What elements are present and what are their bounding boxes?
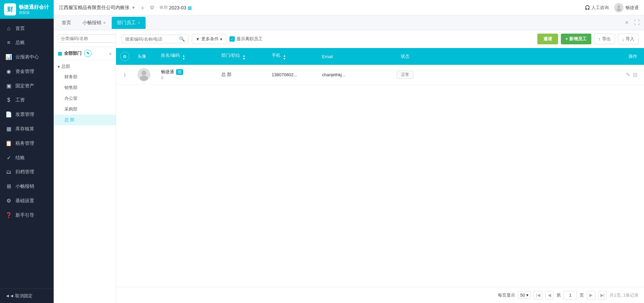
invite-button[interactable]: 邀请 [537, 34, 558, 44]
company-selector[interactable]: 江西服宝精品有限责任公司内账张 ▼ [59, 5, 136, 11]
tab-expense[interactable]: 小畅报销 × [77, 17, 111, 29]
dept-item-headquarters[interactable]: 总 部 [54, 115, 116, 125]
ledger-icon: ≡ [5, 40, 12, 46]
dept-item-procurement[interactable]: 采购部 [54, 104, 116, 115]
pagination: 每页显示 50 ▾ |◀ ◀ 第 页 ▶ ▶| 共1页, 1条记录 [116, 287, 644, 303]
tab-employees-close-icon[interactable]: × [138, 20, 140, 25]
add-company-button[interactable]: ＋ [140, 5, 146, 11]
sidebar-logo: 财 畅捷通好会计 旗舰版 [0, 0, 54, 19]
table-settings-icon[interactable]: ⚙ [120, 52, 129, 61]
show-resigned-text: 显示离职员工 [236, 36, 263, 42]
action-buttons: ✎ ⊟ [429, 72, 637, 78]
sidebar-item-checkout[interactable]: ✓ 结账 [0, 150, 54, 165]
tab-close-button[interactable]: × [624, 19, 630, 26]
col-avatar-header: 头像 [133, 48, 157, 65]
search-icon[interactable]: 🔍 [179, 36, 185, 42]
employee-dept-badge: 部 [176, 69, 183, 75]
show-resigned-label[interactable]: ✓ 显示离职员工 [229, 36, 263, 42]
employee-table-wrapper: ⚙ 头像 姓名/编码 ▲▼ 部门/职位 ▲▼ [116, 48, 644, 287]
logo-subtitle: 旗舰版 [19, 10, 49, 15]
export-icon: ↑ [598, 37, 601, 42]
sidebar-item-label: 固定资产 [15, 83, 34, 89]
sidebar-item-label: 新手引导 [15, 212, 34, 218]
prev-page-button[interactable]: ◀ [545, 291, 554, 300]
settings-gear-icon[interactable]: ⚙ [150, 4, 154, 11]
row-status: 正常 [385, 65, 425, 85]
add-employee-button[interactable]: + 新增员工 [561, 34, 591, 44]
calendar-icon[interactable]: ▦ [187, 5, 192, 10]
toolbar: 🔍 ▼ 更多条件 ▾ ✓ 显示离职员工 邀请 + 新增员工 [116, 30, 644, 48]
next-page-button[interactable]: ▶ [587, 291, 595, 300]
tabs-actions: × ⛶ [624, 19, 641, 26]
sidebar-pin-toggle[interactable]: ◄◄ 取消固定 [0, 289, 54, 303]
col-status-header: 状态 [385, 48, 425, 65]
sidebar-item-label: 总账 [15, 40, 25, 46]
funds-icon: ◉ [5, 68, 12, 75]
service-button[interactable]: 🎧 人工咨询 [585, 5, 609, 11]
dept-item-finance[interactable]: 财务部 [54, 72, 116, 82]
show-resigned-checkbox[interactable]: ✓ [229, 36, 235, 42]
row-name-cell: 畅捷通 部 0 [157, 65, 217, 85]
export-button[interactable]: ↑ 导出 [594, 34, 615, 44]
last-page-button[interactable]: ▶| [598, 291, 607, 300]
sidebar-item-inventory[interactable]: ▦ 库存核算 [0, 122, 54, 136]
sidebar-item-label: 归档管理 [15, 169, 34, 175]
sidebar-item-assets[interactable]: ▣ 固定资产 [0, 79, 54, 93]
sidebar-item-home[interactable]: ⌂ 首页 [0, 21, 54, 36]
tab-employees-label: 部门员工 [117, 20, 136, 26]
col-phone-header[interactable]: 手机 ▲▼ [268, 48, 318, 65]
tab-employees[interactable]: 部门员工 × [112, 17, 146, 29]
row-dept: 总 部 [217, 65, 268, 85]
avatar [138, 68, 150, 81]
sidebar-item-settings[interactable]: ⚙ 基础设置 [0, 193, 54, 208]
sidebar-item-archive[interactable]: 🗂 归档管理 [0, 165, 54, 179]
expense-icon: ⊞ [5, 183, 12, 189]
dept-tree-header: ▦ 全部部门 ✎ « [54, 47, 116, 60]
sidebar-item-ledger[interactable]: ≡ 总账 [0, 36, 54, 50]
name-badge-container: 畅捷通 部 [161, 69, 213, 75]
filter-icon: ▼ [196, 37, 200, 42]
row-avatar [133, 65, 157, 85]
salary-icon: $ [5, 97, 12, 103]
dept-sort-icon: ▲▼ [243, 54, 246, 60]
dept-panel: 🔍 ▦ 全部部门 ✎ « ▾ 总部 财务部 销售部 办公室 采购部 总 部 [54, 30, 116, 303]
filter-button[interactable]: ▼ 更多条件 ▾ [192, 34, 226, 44]
row-email: chanjethkj... [318, 65, 385, 85]
employee-search-input[interactable] [125, 37, 177, 42]
sidebar-item-invoice[interactable]: 📄 发票管理 [0, 107, 54, 122]
import-label: 导入 [626, 36, 634, 42]
user-menu[interactable]: 畅捷通 [614, 3, 639, 12]
avatar [614, 3, 624, 12]
dept-collapse-button[interactable]: « [109, 51, 112, 56]
sidebar-item-funds[interactable]: ◉ 资金管理 [0, 64, 54, 79]
sidebar-item-tax[interactable]: 📋 税务管理 [0, 136, 54, 150]
first-page-button[interactable]: |◀ [534, 291, 542, 300]
col-dept-header[interactable]: 部门/职位 ▲▼ [217, 48, 268, 65]
edit-icon[interactable]: ✎ [626, 72, 630, 78]
dept-edit-button[interactable]: ✎ [84, 50, 92, 57]
col-settings: ⚙ [116, 48, 133, 65]
company-dropdown-arrow: ▼ [131, 5, 136, 10]
tab-fullscreen-button[interactable]: ⛶ [633, 19, 641, 26]
sidebar-item-expense[interactable]: ⊞ 小畅报销 [0, 179, 54, 193]
sidebar-item-guide[interactable]: ❓ 新手引导 [0, 208, 54, 222]
dept-item-office[interactable]: 办公室 [54, 93, 116, 104]
page-size-selector[interactable]: 50 ▾ [518, 291, 531, 299]
svg-point-1 [616, 8, 621, 11]
sidebar-item-salary[interactable]: $ 工资 [0, 93, 54, 107]
logout-icon[interactable]: ⊟ [633, 72, 637, 78]
period-value: 2023-03 [169, 5, 186, 10]
sidebar-item-reports[interactable]: 📊 云报表中心 [0, 50, 54, 64]
dept-item-sales[interactable]: 销售部 [54, 82, 116, 93]
logo-title: 畅捷通好会计 [19, 4, 49, 10]
import-button[interactable]: ↓ 导入 [618, 34, 639, 44]
period-display: 账期 2023-03 ▦ [160, 5, 192, 10]
dept-search-input[interactable] [58, 34, 116, 43]
sidebar-item-label: 小畅报销 [15, 183, 34, 189]
col-name-header[interactable]: 姓名/编码 ▲▼ [157, 48, 217, 65]
tab-expense-close-icon[interactable]: × [103, 20, 106, 25]
page-number-input[interactable] [564, 291, 577, 300]
main-content: 江西服宝精品有限责任公司内账张 ▼ ＋ ⚙ 账期 2023-03 ▦ 🎧 人工咨… [54, 0, 644, 303]
tab-expense-label: 小畅报销 [83, 20, 101, 26]
tab-home[interactable]: 首页 [56, 17, 76, 29]
